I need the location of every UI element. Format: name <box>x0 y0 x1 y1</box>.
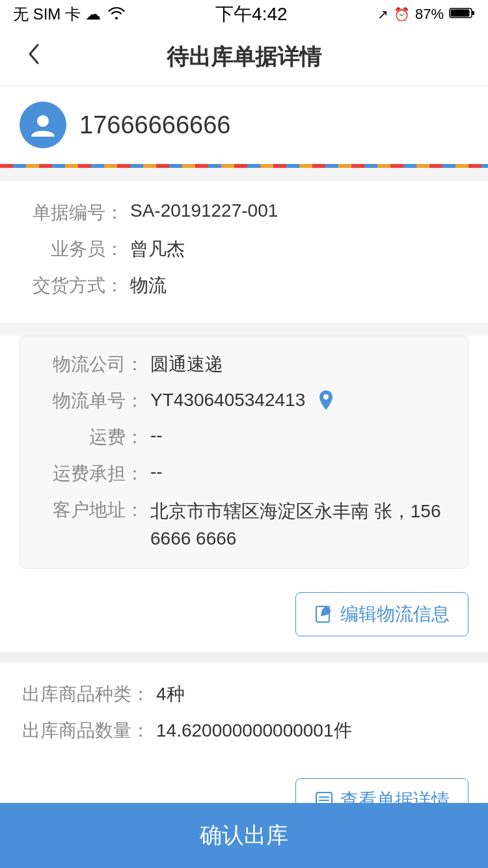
goods-type-value: 4种 <box>156 682 185 707</box>
confirm-button-label: 确认出库 <box>200 821 288 850</box>
goods-type-label: 出库商品种类： <box>20 682 150 707</box>
location-status-icon: ↗ <box>377 7 388 22</box>
svg-point-3 <box>37 115 49 127</box>
svg-rect-2 <box>451 10 470 17</box>
logistics-company-row: 物流公司： 圆通速递 <box>40 352 448 377</box>
map-pin-icon[interactable] <box>314 388 338 412</box>
goods-quantity-label: 出库商品数量： <box>20 718 150 743</box>
nav-bar: 待出库单据详情 <box>0 29 488 86</box>
battery-icon <box>449 5 475 23</box>
salesperson-value: 曾凡杰 <box>130 237 468 262</box>
section-divider-1 <box>0 652 488 662</box>
freight-bearer-label: 运费承担： <box>40 461 144 486</box>
status-bar-right: ↗ ⏰ 87% <box>377 5 475 23</box>
battery-percent: 87% <box>415 6 444 23</box>
edit-btn-row: 编辑物流信息 <box>0 582 488 652</box>
logistics-card: 物流公司： 圆通速递 物流单号： YT4306405342413 运费： -- … <box>20 336 468 569</box>
freight-row: 运费： -- <box>40 425 448 450</box>
goods-type-row: 出库商品种类： 4种 <box>20 682 468 707</box>
goods-quantity-row: 出库商品数量： 14.620000000000001件 <box>20 718 468 743</box>
address-label: 客户地址： <box>40 498 144 522</box>
dashed-divider <box>0 164 488 168</box>
status-bar-left: 无 SIM 卡 ☁ <box>13 4 126 25</box>
alarm-icon: ⏰ <box>394 7 410 22</box>
address-row: 客户地址： 北京市市辖区海淀区永丰南 张，156 6666 6666 <box>40 498 448 552</box>
svg-point-4 <box>323 394 329 400</box>
tracking-label: 物流单号： <box>40 388 144 413</box>
status-bar: 无 SIM 卡 ☁ 下午4:42 ↗ ⏰ 87% <box>0 0 488 29</box>
order-info-section: 单据编号： SA-20191227-001 业务员： 曾凡杰 交货方式： 物流 <box>0 181 488 323</box>
logistics-company-label: 物流公司： <box>40 352 144 377</box>
no-sim-text: 无 SIM 卡 ☁ <box>13 4 101 25</box>
salesperson-label: 业务员： <box>20 237 124 262</box>
page-title: 待出库单据详情 <box>167 42 321 72</box>
wifi-icon <box>107 5 126 23</box>
customer-section: 17666666666 <box>0 86 488 164</box>
delivery-value: 物流 <box>130 273 468 298</box>
doc-number-row: 单据编号： SA-20191227-001 <box>20 200 468 225</box>
salesperson-row: 业务员： 曾凡杰 <box>20 237 468 262</box>
edit-logistics-button[interactable]: 编辑物流信息 <box>295 592 468 636</box>
tracking-value: YT4306405342413 <box>150 388 448 412</box>
freight-value: -- <box>150 425 448 446</box>
goods-quantity-value: 14.620000000000001件 <box>156 718 352 743</box>
svg-rect-1 <box>472 11 474 15</box>
status-bar-time: 下午4:42 <box>215 2 288 27</box>
doc-number-label: 单据编号： <box>20 200 124 225</box>
avatar <box>20 102 66 148</box>
back-button[interactable] <box>20 34 48 79</box>
delivery-label: 交货方式： <box>20 273 124 298</box>
edit-icon <box>314 604 334 624</box>
tracking-row: 物流单号： YT4306405342413 <box>40 388 448 413</box>
freight-bearer-row: 运费承担： -- <box>40 461 448 486</box>
freight-bearer-value: -- <box>150 461 448 482</box>
delivery-row: 交货方式： 物流 <box>20 273 468 298</box>
customer-phone: 17666666666 <box>79 111 230 139</box>
edit-logistics-label: 编辑物流信息 <box>340 602 450 627</box>
freight-label: 运费： <box>40 425 144 450</box>
address-value: 北京市市辖区海淀区永丰南 张，156 6666 6666 <box>150 498 448 552</box>
goods-section: 出库商品种类： 4种 出库商品数量： 14.620000000000001件 <box>0 662 488 768</box>
confirm-bar[interactable]: 确认出库 <box>0 803 488 868</box>
logistics-company-value: 圆通速递 <box>150 352 448 377</box>
doc-number-value: SA-20191227-001 <box>130 200 468 221</box>
